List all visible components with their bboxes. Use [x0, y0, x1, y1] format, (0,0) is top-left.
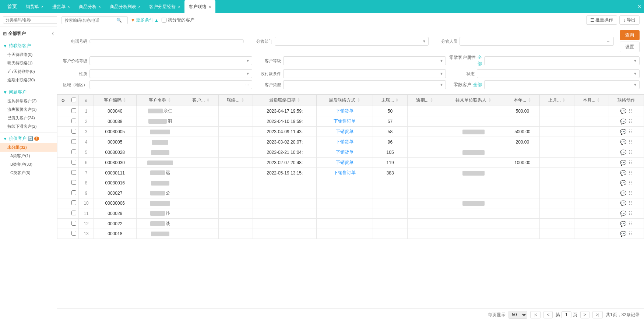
th-partner-contact[interactable]: 往来单位联系人 ⇕: [442, 95, 505, 106]
th-cur-month[interactable]: 本月... ⇕: [574, 95, 609, 106]
window-close-btn[interactable]: ×: [638, 3, 641, 10]
reset-button[interactable]: 设置: [620, 42, 640, 52]
action-more-icon[interactable]: ⠿: [629, 129, 632, 135]
filter-retail-attr-input[interactable]: ▾: [484, 56, 640, 65]
row-checkbox[interactable]: [71, 180, 76, 185]
nav-tab-analysis-list[interactable]: 商品分析列表 ×: [105, 0, 145, 13]
th-settings[interactable]: ⚙: [57, 95, 69, 106]
action-phone-icon[interactable]: 💬: [620, 190, 626, 196]
action-more-icon[interactable]: ⠿: [629, 119, 632, 124]
action-phone-icon[interactable]: 💬: [620, 108, 626, 114]
close-tab-customer-mgmt[interactable]: ×: [178, 5, 180, 9]
next-page-btn[interactable]: >: [580, 311, 590, 318]
th-last-month[interactable]: 上月... ⇕: [540, 95, 574, 106]
filter-dept-input[interactable]: ▾: [275, 37, 429, 46]
action-more-icon[interactable]: ⠿: [629, 170, 632, 176]
th-last-contact-date[interactable]: 最后联络日期 ⇕: [253, 95, 317, 106]
row-checkbox[interactable]: [71, 211, 76, 215]
action-more-icon[interactable]: ⠿: [629, 108, 632, 114]
sidebar-score-header[interactable]: ▼ 价值客户 🔄 !: [0, 134, 57, 143]
nav-tab-sales[interactable]: 销货单 ×: [21, 0, 48, 13]
batch-ops-button[interactable]: ☰ 批量操作: [586, 15, 617, 25]
sidebar-problem-header[interactable]: ▼ 问题客户: [0, 88, 57, 97]
filter-status-input[interactable]: ▾: [477, 69, 640, 78]
th-code[interactable]: 客户编码 ⇕: [94, 95, 136, 106]
sidebar-item-b-class[interactable]: B类客户(33): [0, 160, 57, 169]
action-more-icon[interactable]: ⠿: [629, 180, 632, 186]
td-checkbox[interactable]: [69, 116, 79, 127]
page-number-input[interactable]: [561, 311, 571, 318]
nav-tab-analysis[interactable]: 商品分析 ×: [74, 0, 105, 13]
query-button[interactable]: 查询: [620, 30, 640, 40]
sidebar-item-churn-warning[interactable]: 流失预警客户(3): [0, 105, 57, 114]
sidebar-pending-header[interactable]: ▼ 待联络客户: [0, 41, 57, 50]
filter-search-icon[interactable]: 🔍: [116, 18, 122, 23]
sidebar-item-overdue[interactable]: 逾期未联络(30): [0, 76, 57, 84]
action-phone-icon[interactable]: 💬: [620, 211, 626, 216]
td-checkbox[interactable]: [69, 106, 79, 116]
action-more-icon[interactable]: ⠿: [629, 231, 632, 237]
sidebar-item-c-class[interactable]: C类客户(6): [0, 169, 57, 177]
td-checkbox[interactable]: [69, 158, 79, 168]
action-phone-icon[interactable]: 💬: [620, 139, 626, 145]
filter-my-customers-check[interactable]: [162, 18, 166, 22]
row-checkbox[interactable]: [71, 231, 76, 236]
sidebar-item-tomorrow-pending[interactable]: 明天待联络(1): [0, 59, 57, 67]
td-checkbox[interactable]: [69, 168, 79, 178]
filter-customer-type-input[interactable]: ▾: [283, 80, 446, 89]
row-checkbox[interactable]: [71, 139, 76, 144]
th-overdue[interactable]: 逾期... ⇕: [407, 95, 442, 106]
th-last-contact-type[interactable]: 最后联络方式 ⇕: [317, 95, 373, 106]
row-checkbox[interactable]: [71, 221, 76, 226]
row-checkbox[interactable]: [71, 190, 76, 195]
td-checkbox[interactable]: [69, 147, 79, 158]
prev-page-btn[interactable]: <: [543, 311, 553, 318]
th-name[interactable]: 客户名称 ⇕: [136, 95, 184, 106]
nav-tab-customer-mgmt[interactable]: 客户分层经营 ×: [145, 0, 184, 13]
close-tab-purchase[interactable]: ×: [68, 5, 70, 9]
td-checkbox[interactable]: [69, 229, 79, 239]
td-checkbox[interactable]: [69, 208, 79, 219]
nav-tab-customer-contact[interactable]: 客户联络 ×: [184, 0, 215, 13]
contact-type-link[interactable]: 下销货单: [336, 108, 353, 113]
th-col4[interactable]: 联络... ⇕: [218, 95, 253, 106]
contact-type-link[interactable]: 下销售订单: [334, 170, 356, 175]
export-button[interactable]: ↓ 导出: [619, 15, 640, 25]
th-checkbox[interactable]: [69, 95, 79, 106]
contact-type-link[interactable]: 下销货单: [336, 160, 353, 165]
filter-search-input[interactable]: [65, 18, 116, 22]
action-more-icon[interactable]: ⠿: [629, 221, 632, 227]
action-phone-icon[interactable]: 💬: [620, 180, 626, 186]
row-checkbox[interactable]: [71, 170, 76, 175]
nav-home[interactable]: 首页: [3, 3, 21, 10]
sidebar-item-churned[interactable]: 已流失客户(24): [0, 114, 57, 122]
sidebar-item-today-pending[interactable]: 今天待联络(0): [0, 50, 57, 59]
td-checkbox[interactable]: [69, 127, 79, 137]
row-checkbox[interactable]: [71, 119, 76, 123]
row-checkbox[interactable]: [71, 160, 76, 165]
action-more-icon[interactable]: ⠿: [629, 200, 632, 206]
per-page-select[interactable]: 50 100 200: [508, 311, 527, 319]
filter-phone-input[interactable]: [89, 39, 244, 43]
filter-retail-customer-input[interactable]: ▾: [484, 80, 640, 89]
filter-customer-level-input[interactable]: ▾: [283, 56, 446, 65]
close-tab-sales[interactable]: ×: [41, 5, 43, 9]
action-phone-icon[interactable]: 💬: [620, 170, 626, 176]
filter-nature-input[interactable]: ▾: [89, 69, 252, 78]
row-checkbox[interactable]: [71, 149, 76, 154]
row-checkbox[interactable]: [71, 200, 76, 205]
sidebar-item-a-class[interactable]: A类客户(1): [0, 152, 57, 160]
action-phone-icon[interactable]: 💬: [620, 129, 626, 135]
contact-type-link[interactable]: 下销货单: [336, 149, 353, 155]
action-more-icon[interactable]: ⠿: [629, 211, 632, 216]
row-checkbox[interactable]: [71, 108, 76, 113]
action-more-icon[interactable]: ⠿: [629, 139, 632, 145]
th-cur-year[interactable]: 本年... ⇕: [505, 95, 540, 106]
filter-manager-input[interactable]: ···: [460, 37, 614, 46]
filter-region-input[interactable]: ···: [89, 80, 252, 89]
close-tab-customer-contact[interactable]: ×: [209, 5, 211, 9]
contact-type-link[interactable]: 下销货单: [336, 139, 353, 144]
first-page-btn[interactable]: |<: [530, 311, 541, 318]
td-checkbox[interactable]: [69, 219, 79, 229]
td-checkbox[interactable]: [69, 137, 79, 147]
